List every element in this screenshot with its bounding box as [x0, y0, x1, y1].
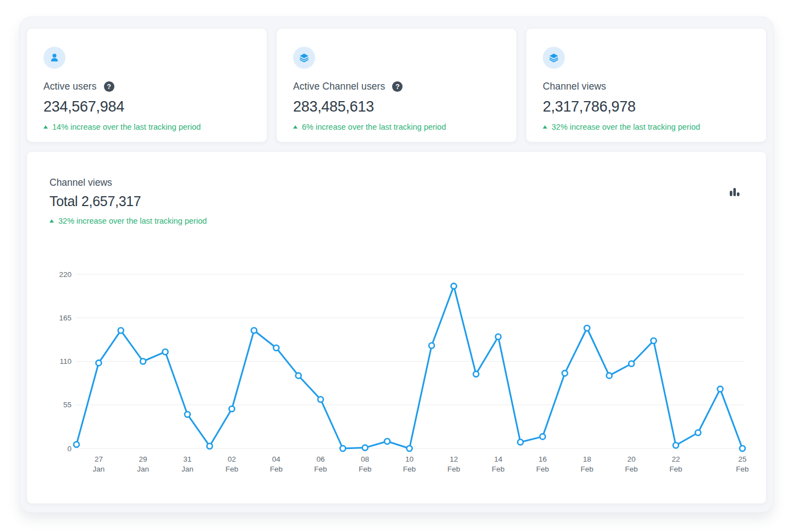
x-tick-label: 04 [272, 455, 281, 463]
x-tick-label: 12 [450, 455, 458, 463]
data-point[interactable] [695, 430, 701, 435]
stat-card-title: Active users [43, 81, 97, 92]
y-tick-label: 220 [59, 270, 71, 279]
stat-card-value: 234,567,984 [43, 98, 250, 115]
data-point[interactable] [517, 440, 523, 445]
x-tick-label: 10 [405, 455, 414, 463]
x-tick-label: 16 [538, 455, 547, 463]
x-tick-label: Feb [492, 465, 504, 473]
x-tick-label: Jan [137, 465, 149, 473]
chart-card: Channel views Total 2,657,317 32% increa… [26, 151, 767, 504]
line-series [76, 286, 742, 448]
x-tick-label: 06 [316, 455, 324, 463]
data-point[interactable] [362, 445, 368, 451]
x-tick-label: 27 [95, 455, 103, 463]
data-point[interactable] [296, 373, 301, 378]
data-point[interactable] [273, 345, 279, 351]
stat-card-value: 283,485,613 [293, 98, 500, 115]
data-point[interactable] [495, 334, 501, 340]
x-tick-label: Feb [270, 465, 283, 473]
data-point[interactable] [607, 373, 612, 378]
x-tick-label: Feb [225, 465, 238, 473]
data-point[interactable] [584, 325, 590, 331]
x-tick-label: Feb [625, 465, 638, 473]
data-point[interactable] [673, 442, 679, 448]
x-tick-label: 22 [671, 455, 680, 463]
x-tick-label: Jan [93, 465, 105, 473]
x-tick-label: Feb [359, 465, 371, 473]
help-icon[interactable]: ? [392, 81, 403, 92]
increase-arrow-icon [293, 125, 298, 129]
layers-icon [293, 47, 315, 69]
increase-arrow-icon [543, 125, 547, 129]
x-tick-label: 08 [361, 455, 369, 463]
data-point[interactable] [651, 338, 657, 343]
stat-card-delta: 6% increase over the last tracking perio… [302, 123, 446, 131]
x-tick-label: Feb [736, 465, 748, 473]
data-point[interactable] [118, 328, 124, 333]
data-point[interactable] [384, 439, 390, 444]
x-tick-label: Feb [669, 465, 682, 473]
stat-card-active-users: Active users ? 234,567,984 14% increase … [26, 28, 267, 142]
data-point[interactable] [473, 372, 479, 377]
data-point[interactable] [340, 446, 345, 451]
increase-arrow-icon [43, 125, 48, 129]
x-tick-label: Feb [403, 465, 416, 473]
x-tick-label: Feb [448, 465, 460, 473]
data-point[interactable] [429, 343, 434, 348]
x-tick-label: Jan [181, 465, 194, 473]
dashboard-container: Active users ? 234,567,984 14% increase … [19, 16, 774, 513]
x-tick-label: Feb [314, 465, 327, 473]
x-tick-label: 20 [627, 455, 636, 463]
data-point[interactable] [140, 359, 146, 364]
y-tick-label: 55 [63, 401, 71, 409]
stat-card-title: Active Channel users [293, 81, 385, 92]
data-point[interactable] [740, 446, 745, 451]
stat-card-value: 2,317,786,978 [543, 98, 750, 115]
stat-card-delta: 32% increase over the last tracking peri… [552, 123, 700, 131]
stat-card-title: Channel views [543, 81, 606, 92]
data-point[interactable] [629, 361, 634, 367]
x-tick-label: 25 [738, 455, 746, 463]
x-tick-label: Feb [536, 465, 549, 473]
data-point[interactable] [185, 412, 190, 417]
data-point[interactable] [540, 434, 546, 439]
data-point[interactable] [718, 386, 723, 392]
data-point[interactable] [74, 442, 79, 447]
line-chart: 22016511055027Jan29Jan31Jan02Feb04Feb06F… [27, 152, 767, 506]
x-tick-label: 14 [494, 455, 503, 463]
data-point[interactable] [407, 446, 412, 451]
data-point[interactable] [251, 328, 257, 333]
y-tick-label: 165 [59, 314, 71, 322]
data-point[interactable] [96, 360, 101, 365]
user-icon [43, 47, 65, 69]
layers-icon [543, 47, 565, 69]
x-tick-label: 18 [583, 455, 591, 463]
help-icon[interactable]: ? [104, 81, 114, 92]
stats-row: Active users ? 234,567,984 14% increase … [26, 28, 767, 142]
x-tick-label: Feb [581, 465, 593, 473]
x-tick-label: 31 [183, 455, 191, 463]
data-point[interactable] [562, 370, 568, 376]
data-point[interactable] [163, 349, 168, 354]
data-point[interactable] [207, 444, 212, 449]
data-point[interactable] [229, 406, 235, 412]
y-tick-label: 0 [67, 445, 71, 453]
y-tick-label: 110 [59, 357, 71, 365]
stat-card-channel-views: Channel views 2,317,786,978 32% increase… [526, 28, 767, 142]
data-point[interactable] [318, 397, 323, 402]
x-tick-label: 02 [228, 455, 236, 463]
data-point[interactable] [451, 284, 456, 289]
stat-card-active-channel-users: Active Channel users ? 283,485,613 6% in… [276, 28, 517, 142]
x-tick-label: 29 [139, 455, 147, 463]
stat-card-delta: 14% increase over the last tracking peri… [52, 123, 201, 131]
